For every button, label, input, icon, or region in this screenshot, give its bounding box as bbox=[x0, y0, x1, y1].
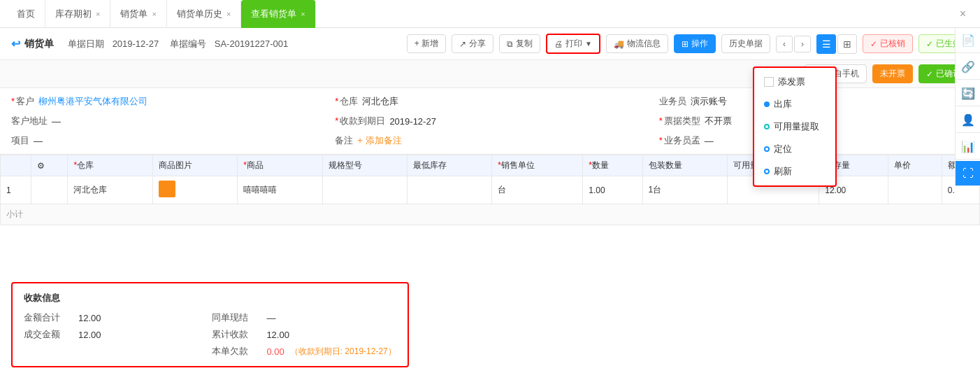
doc-date-label: 单据日期 2019-12-27 bbox=[68, 38, 159, 50]
copy-button[interactable]: ⧉ 复制 bbox=[499, 34, 540, 53]
doc-meta: 单据日期 2019-12-27 单据编号 SA-20191227-001 bbox=[68, 38, 288, 50]
copy-icon: ⧉ bbox=[507, 39, 513, 49]
address-label: 客户地址 bbox=[11, 115, 48, 127]
total-amount-label: 金额合计 bbox=[24, 311, 73, 324]
th-min-stock: 最低库存 bbox=[407, 155, 491, 176]
th-product: 商品 bbox=[238, 155, 322, 176]
payment-date-field: 收款到期日 2019-12-27 bbox=[335, 115, 644, 127]
outbound-item[interactable]: 出库 bbox=[754, 93, 835, 115]
effect-check-icon: ✓ bbox=[926, 39, 933, 49]
operation-dropdown: 添发票 出库 可用量提取 定位 刷新 bbox=[753, 66, 837, 187]
refresh-icon bbox=[764, 169, 770, 174]
warehouse-value: 河北仓库 bbox=[362, 95, 398, 108]
ticket-type-value: 不开票 bbox=[705, 115, 732, 127]
view-buttons: ☰ ⊞ bbox=[816, 34, 857, 54]
total-amount-field: 金额合计 12.00 bbox=[24, 311, 208, 324]
tab-inventory-init[interactable]: 库存期初 × bbox=[45, 0, 110, 28]
share-button[interactable]: ↗ 分享 bbox=[452, 34, 493, 53]
balance-value: 0.00 bbox=[266, 346, 284, 357]
warehouse-label: 仓库 bbox=[335, 95, 358, 108]
cumulative-field: 累计收款 12.00 bbox=[212, 328, 396, 341]
address-field: 客户地址 — bbox=[11, 115, 321, 127]
project-field: 项目 — bbox=[11, 134, 321, 147]
row-image bbox=[152, 176, 237, 204]
global-close-button[interactable]: × bbox=[953, 8, 973, 20]
payment-info-title: 收款信息 bbox=[24, 292, 396, 304]
tab-sales-order[interactable]: 销货单 × bbox=[110, 0, 166, 28]
grid-view-button[interactable]: ⊞ bbox=[837, 34, 857, 54]
balance-field: 本单欠款 0.00 （收款到期日: 2019-12-27） bbox=[212, 345, 396, 358]
refresh-item[interactable]: 刷新 bbox=[754, 160, 835, 183]
th-pack-qty: 包装数量 bbox=[642, 155, 727, 176]
tab-sales-order-close[interactable]: × bbox=[152, 10, 156, 18]
side-user-icon[interactable]: 👤 bbox=[956, 108, 980, 133]
th-no bbox=[1, 155, 31, 176]
side-doc-icon[interactable]: 📄 bbox=[956, 28, 980, 53]
side-link-icon[interactable]: 🔗 bbox=[956, 55, 980, 80]
doc-header: ↩ 销货单 单据日期 2019-12-27 单据编号 SA-20191227-0… bbox=[0, 28, 980, 60]
available-qty-item[interactable]: 可用量提取 bbox=[754, 115, 835, 138]
row-warehouse: 河北仓库 bbox=[68, 176, 152, 204]
sold-badge[interactable]: ✓ 已核销 bbox=[863, 34, 913, 53]
list-view-button[interactable]: ☰ bbox=[816, 34, 836, 54]
project-label: 项目 bbox=[11, 134, 29, 147]
salesperson-label: 业务员孟 bbox=[659, 134, 700, 147]
print-dropdown-icon: ▼ bbox=[585, 40, 592, 48]
row-unit-price bbox=[888, 176, 942, 204]
payment-date-value: 2019-12-27 bbox=[389, 116, 436, 127]
payment-info-grid: 金额合计 12.00 同单现结 — 成交金额 12.00 累计收款 12.00 bbox=[24, 311, 396, 358]
operation-icon: ⊞ bbox=[682, 39, 689, 49]
locate-icon bbox=[764, 146, 770, 152]
print-icon: 🖨 bbox=[554, 39, 563, 49]
logistics-button[interactable]: 🚚 物流信息 bbox=[606, 34, 668, 53]
operation-button[interactable]: ⊞ 操作 bbox=[674, 34, 716, 53]
next-button[interactable]: › bbox=[794, 36, 811, 52]
tab-view-sales-close[interactable]: × bbox=[301, 10, 305, 18]
doc-icon: ↩ bbox=[11, 37, 20, 50]
tab-bar: 首页 库存期初 × 销货单 × 销货单历史 × 查看销货单 × × bbox=[0, 0, 980, 28]
cumulative-label: 累计收款 bbox=[212, 328, 261, 341]
th-spec: 规格型号 bbox=[322, 155, 407, 176]
not-open-button[interactable]: 未开票 bbox=[872, 64, 913, 83]
side-panel: 📄 🔗 🔄 👤 📊 ⛶ bbox=[955, 28, 980, 186]
circle-icon bbox=[764, 124, 770, 129]
row-pack-qty: 1台 bbox=[642, 176, 727, 204]
customer-label: 客户 bbox=[11, 95, 34, 108]
tab-view-sales[interactable]: 查看销货单 × bbox=[241, 0, 315, 28]
new-button[interactable]: + 新增 bbox=[407, 34, 446, 53]
note-label: 备注 bbox=[335, 134, 353, 147]
locate-item[interactable]: 定位 bbox=[754, 138, 835, 160]
transaction-label: 成交金额 bbox=[24, 328, 73, 341]
side-expand-icon[interactable]: ⛶ bbox=[956, 161, 980, 186]
payment-info-box: 收款信息 金额合计 12.00 同单现结 — 成交金额 12.00 bbox=[11, 282, 409, 367]
side-refresh-icon[interactable]: 🔄 bbox=[956, 81, 980, 106]
balance-note: （收款到期日: 2019-12-27） bbox=[290, 346, 396, 358]
doc-date-value: 2019-12-27 bbox=[113, 38, 159, 49]
subtotal-row: 小计 bbox=[1, 204, 980, 225]
prev-button[interactable]: ‹ bbox=[776, 36, 793, 52]
logistics-icon: 🚚 bbox=[614, 39, 624, 49]
tab-home[interactable]: 首页 bbox=[7, 0, 45, 28]
th-settings[interactable]: ⚙ bbox=[31, 155, 68, 176]
doc-title-section: ↩ 销货单 bbox=[11, 37, 54, 50]
row-settings bbox=[31, 176, 68, 204]
customer-value[interactable]: 柳州粤港平安气体有限公司 bbox=[38, 95, 147, 108]
bottom-wrapper: 收款信息 金额合计 12.00 同单现结 — 成交金额 12.00 bbox=[0, 276, 980, 373]
th-image: 商品图片 bbox=[152, 155, 237, 176]
tab-inventory-init-close[interactable]: × bbox=[96, 10, 100, 18]
transaction-field: 成交金额 12.00 bbox=[24, 328, 208, 341]
print-button[interactable]: 🖨 打印 ▼ bbox=[546, 34, 600, 54]
row-unit: 台 bbox=[492, 176, 583, 204]
add-note-value[interactable]: + 添加备注 bbox=[357, 134, 401, 147]
subtotal-label: 小计 bbox=[1, 204, 980, 225]
tab-sales-history[interactable]: 销货单历史 × bbox=[167, 0, 241, 28]
add-invoice-item[interactable]: 添发票 bbox=[754, 71, 835, 93]
transaction-value: 12.00 bbox=[78, 330, 101, 340]
tab-sales-history-close[interactable]: × bbox=[226, 10, 231, 18]
history-button[interactable]: 历史单据 bbox=[721, 34, 770, 53]
checkbox-icon bbox=[764, 77, 774, 87]
customer-field: 客户 柳州粤港平安气体有限公司 bbox=[11, 95, 321, 108]
row-product: 嘻嘻嘻嘻 bbox=[238, 176, 322, 204]
side-chart-icon[interactable]: 📊 bbox=[956, 134, 980, 160]
th-unit-price: 单价 bbox=[888, 155, 942, 176]
